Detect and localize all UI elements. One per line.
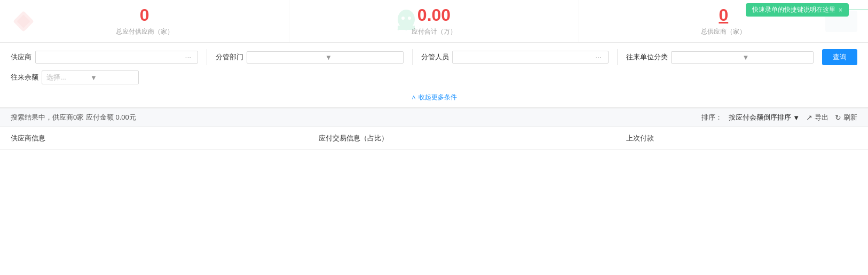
- sort-select[interactable]: 按应付会额倒序排序 ▼: [729, 113, 800, 122]
- category-filter: 往来单位分类 ▼: [626, 51, 814, 64]
- category-label: 往来单位分类: [626, 52, 668, 62]
- sort-chevron: ▼: [793, 114, 800, 122]
- table-area: 供应商信息 应付交易信息（占比） 上次付款: [0, 127, 868, 275]
- balance-label: 往来余额: [11, 73, 38, 82]
- department-filter: 分管部门 ▼: [216, 51, 403, 64]
- supplier-filter: 供应商 ···: [11, 51, 198, 64]
- tooltip-text: 快速录单的快捷键说明在这里: [752, 5, 835, 14]
- person-input-box[interactable]: ···: [452, 51, 609, 64]
- total-suppliers-label: 总供应商（家）: [701, 27, 746, 36]
- person-label: 分管人员: [421, 52, 449, 62]
- person-ellipsis[interactable]: ···: [593, 53, 604, 61]
- stat-total-suppliers: 快速录单的快捷键说明在这里 × 0 总供应商（家）: [579, 0, 868, 42]
- supplier-ellipsis[interactable]: ···: [183, 53, 194, 61]
- diamond-icon: [11, 9, 36, 34]
- payable-total-number: 0.00: [412, 6, 456, 25]
- filter-row-1: 供应商 ··· 分管部门 ▼ 分管人员 ···: [11, 49, 857, 65]
- filter-area: 供应商 ··· 分管部门 ▼ 分管人员 ···: [0, 43, 868, 108]
- results-actions: 排序： 按应付会额倒序排序 ▼ ↗ 导出 ↻ 刷新: [701, 113, 857, 122]
- payable-suppliers-number: 0: [116, 6, 173, 25]
- balance-chevron: ▼: [90, 74, 134, 82]
- query-button[interactable]: 查询: [822, 49, 857, 65]
- svg-point-5: [408, 17, 411, 20]
- person-input[interactable]: [457, 53, 594, 61]
- department-chevron: ▼: [325, 53, 399, 61]
- svg-point-4: [401, 17, 405, 20]
- person-filter: 分管人员 ···: [421, 51, 609, 64]
- payable-suppliers-label: 总应付供应商（家）: [116, 27, 173, 36]
- supplier-label: 供应商: [11, 52, 32, 62]
- tooltip-line: [849, 10, 868, 10]
- export-icon: ↗: [806, 113, 812, 122]
- supplier-input-box[interactable]: ···: [35, 51, 198, 64]
- sep-2: [412, 49, 413, 65]
- collapse-button[interactable]: ∧ 收起更多条件: [411, 93, 456, 102]
- department-select[interactable]: ▼: [247, 51, 403, 64]
- export-button[interactable]: ↗ 导出: [806, 113, 828, 122]
- tooltip-bar: 快速录单的快捷键说明在这里 ×: [746, 3, 849, 17]
- tooltip-close-button[interactable]: ×: [839, 6, 842, 14]
- table-header: 供应商信息 应付交易信息（占比） 上次付款: [0, 127, 868, 150]
- results-info: 搜索结果中，供应商0家 应付金额 0.00元: [11, 113, 136, 122]
- sep-3: [617, 49, 618, 65]
- tooltip-container: 快速录单的快捷键说明在这里 ×: [746, 3, 868, 17]
- balance-select[interactable]: 选择... ▼: [42, 70, 139, 84]
- col-lastpay-header: 上次付款: [626, 133, 857, 143]
- col-transaction-header: 应付交易信息（占比）: [319, 133, 627, 143]
- category-select[interactable]: ▼: [671, 51, 814, 64]
- table-body: [0, 150, 868, 275]
- total-suppliers-number: 0: [701, 6, 746, 25]
- sort-option: 按应付会额倒序排序: [729, 113, 791, 122]
- refresh-icon: ↻: [835, 113, 841, 122]
- stat-payable-total: 0.00 应付合计（万）: [289, 0, 579, 42]
- department-label: 分管部门: [216, 52, 243, 62]
- col-supplier-header: 供应商信息: [11, 133, 319, 143]
- filter-row-2: 往来余额 选择... ▼: [11, 70, 857, 84]
- payable-total-label: 应付合计（万）: [412, 27, 456, 36]
- results-bar: 搜索结果中，供应商0家 应付金额 0.00元 排序： 按应付会额倒序排序 ▼ ↗…: [0, 108, 868, 127]
- stats-bar: 0 总应付供应商（家） 0.00 应付合计（万） 快速录单的快捷键说明在这里 ×: [0, 0, 868, 43]
- supplier-input[interactable]: [40, 53, 183, 61]
- refresh-button[interactable]: ↻ 刷新: [835, 113, 857, 122]
- sep-1: [207, 49, 207, 65]
- export-label: 导出: [815, 113, 828, 122]
- collapse-bar: ∧ 收起更多条件: [11, 90, 857, 107]
- balance-filter: 往来余额 选择... ▼: [11, 70, 139, 84]
- sort-label: 排序：: [701, 113, 722, 122]
- refresh-label: 刷新: [843, 113, 857, 122]
- stat-total-payable: 0 总应付供应商（家）: [0, 0, 289, 42]
- balance-placeholder: 选择...: [46, 73, 90, 82]
- category-chevron: ▼: [742, 53, 809, 61]
